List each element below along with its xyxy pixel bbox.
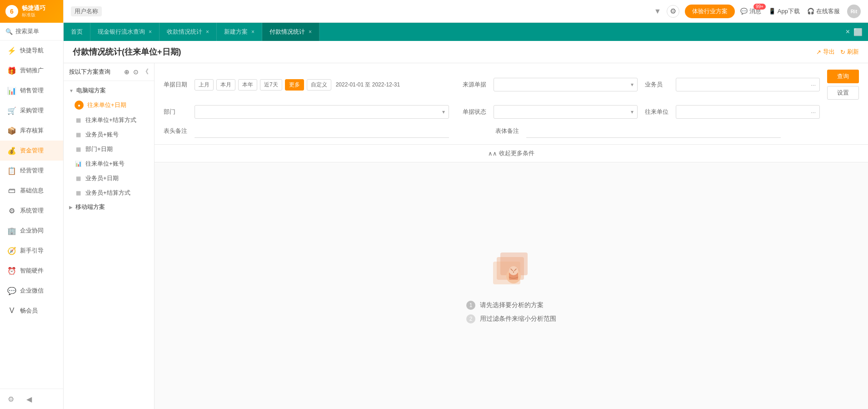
tab-bank-flow[interactable]: 现金银行流水查询× <box>90 23 160 41</box>
dept-arrow: ▾ <box>442 109 445 115</box>
finance-label: 资金管理 <box>20 146 44 155</box>
scheme-collapse-icon[interactable]: 《 <box>142 68 149 76</box>
scheme-item-salesman-account[interactable]: ▦业务员+账号 <box>64 127 154 142</box>
sidebar-nav: ⚡ 快捷导航 🎁 营销推广 📊 销售管理 🛒 采购管理 📦 库存核算 💰 资金管… <box>0 40 63 389</box>
scheme-item-label-partner-date: 往来单位+日期 <box>87 101 126 109</box>
export-btn[interactable]: ↗ 导出 <box>816 48 835 56</box>
sidebar-item-basic-info[interactable]: 🗃 基础信息 <box>0 181 63 201</box>
customer-service-action[interactable]: 🎧 在线客服 <box>807 7 840 15</box>
search-icon: 🔍 <box>5 28 13 35</box>
voucher-date-field: 单据日期 上月 本月 本年 近7天 更多 自定义 2022-01-01 至 20… <box>164 79 455 91</box>
partner-select[interactable]: ··· <box>676 105 820 119</box>
logo-text: 畅捷通巧 标准版 <box>22 5 45 18</box>
scheme-item-dept-date[interactable]: ▦部门+日期 <box>64 142 154 157</box>
salesman-select[interactable]: ··· <box>676 78 820 91</box>
filter-form: 单据日期 上月 本月 本年 近7天 更多 自定义 2022-01-01 至 20… <box>155 63 868 145</box>
sidebar-item-finance[interactable]: 💰 资金管理 <box>0 141 63 161</box>
customer-service-label: 在线客服 <box>816 7 840 15</box>
logo-icon: 6 <box>5 5 18 18</box>
scheme-group-title-desktop[interactable]: ▼ 电脑端方案 <box>64 84 154 97</box>
quick-nav-label: 快捷导航 <box>20 46 44 55</box>
tab-home[interactable]: 首页 <box>64 23 90 41</box>
scheme-panel-header: 按以下方案查询 ⊕ ⊙ 《 <box>64 63 154 81</box>
sidebar-item-enterprise[interactable]: 🏢 企业协同 <box>0 221 63 241</box>
scheme-item-table-icon: ▦ <box>75 189 82 197</box>
source-voucher-arrow: ▾ <box>631 81 634 88</box>
date-options: 上月 本月 本年 近7天 更多 自定义 2022-01-01 至 2022-12… <box>195 79 455 91</box>
source-voucher-select[interactable]: ▾ <box>494 78 638 91</box>
tab-close-new-scheme[interactable]: × <box>251 29 254 35</box>
scheme-group-title-mobile[interactable]: ▶ 移动端方案 <box>64 200 154 214</box>
sidebar-item-wechat[interactable]: 💬 企业微信 <box>0 281 63 301</box>
operation-label: 经营管理 <box>20 167 44 175</box>
date-btn-this-year[interactable]: 本年 <box>238 79 257 91</box>
scheme-settings-icon[interactable]: ⊙ <box>133 68 139 76</box>
tab-close-receipt-stats[interactable]: × <box>206 29 209 35</box>
sidebar-item-vip[interactable]: V 畅会员 <box>0 301 63 321</box>
sidebar-item-purchase[interactable]: 🛒 采购管理 <box>0 101 63 121</box>
tab-payment-stats[interactable]: 付款情况统计× <box>262 23 319 41</box>
sidebar-item-sales[interactable]: 📊 销售管理 <box>0 81 63 101</box>
enterprise-icon: 🏢 <box>7 226 16 235</box>
sidebar-item-hardware[interactable]: ⏰ 智能硬件 <box>0 261 63 281</box>
tab-label-bank-flow: 现金银行流水查询 <box>98 28 145 36</box>
sidebar-item-system[interactable]: ⚙ 系统管理 <box>0 201 63 221</box>
scheme-panel: 按以下方案查询 ⊕ ⊙ 《 ▼ 电脑端方案 ●往来单位+日期▦往来单位+结算方式… <box>64 63 155 409</box>
sidebar-item-operation[interactable]: 📋 经营管理 <box>0 161 63 181</box>
add-scheme-icon[interactable]: ⊕ <box>124 68 130 76</box>
table-body-note-input[interactable] <box>526 124 781 138</box>
app-download-action[interactable]: 📱 App下载 <box>768 7 800 15</box>
dept-select[interactable]: ▾ <box>195 105 449 119</box>
topbar-settings-btn[interactable]: ⚙ <box>667 5 679 18</box>
sidebar-item-marketing[interactable]: 🎁 营销推广 <box>0 61 63 81</box>
date-btn-last-month[interactable]: 上月 <box>195 79 214 91</box>
sidebar-item-guide[interactable]: 🧭 新手引导 <box>0 241 63 261</box>
partner-dots: ··· <box>811 109 816 116</box>
maximize-window-icon[interactable]: ⬜ <box>853 28 863 36</box>
voucher-status-select[interactable]: ▾ <box>494 105 638 119</box>
inventory-icon: 📦 <box>7 126 16 135</box>
tab-close-payment-stats[interactable]: × <box>309 29 312 35</box>
app-icon: 📱 <box>768 8 776 15</box>
collapse-more-btn[interactable]: ∧∧ 收起更多条件 <box>155 145 868 162</box>
wechat-icon: 💬 <box>7 286 16 295</box>
date-btn-this-month[interactable]: 本月 <box>216 79 235 91</box>
scheme-item-partner-date[interactable]: ●往来单位+日期 <box>64 97 154 113</box>
purchase-label: 采购管理 <box>20 106 44 115</box>
date-btn-7days[interactable]: 近7天 <box>260 79 282 91</box>
filter-row-3: 表头备注 表体备注 <box>164 124 859 138</box>
trial-btn[interactable]: 体验行业方案 <box>685 5 735 18</box>
table-head-note-input[interactable] <box>195 124 449 138</box>
system-icon: ⚙ <box>7 206 16 215</box>
close-window-icon[interactable]: × <box>846 28 850 36</box>
scheme-item-salesman-settlement[interactable]: ▦业务员+结算方式 <box>64 186 154 200</box>
tab-new-scheme[interactable]: 新建方案× <box>217 23 262 41</box>
sidebar-collapse-icon[interactable]: ◀ <box>24 394 35 404</box>
settings-btn[interactable]: 设置 <box>827 86 859 100</box>
sidebar-item-quick-nav[interactable]: ⚡ 快捷导航 <box>0 40 63 61</box>
content-area: 按以下方案查询 ⊕ ⊙ 《 ▼ 电脑端方案 ●往来单位+日期▦往来单位+结算方式… <box>64 63 868 409</box>
topbar-actions: 💬 消息 99+ 📱 App下载 🎧 在线客服 Rit <box>740 5 861 18</box>
scheme-item-partner-account[interactable]: 📊往来单位+账号 <box>64 157 154 171</box>
search-menu[interactable]: 🔍 搜索菜单 <box>0 23 63 40</box>
refresh-btn[interactable]: ↻ 刷新 <box>840 48 859 56</box>
query-btn[interactable]: 查询 <box>827 70 859 83</box>
tab-close-bank-flow[interactable]: × <box>149 29 152 35</box>
sidebar-settings-icon[interactable]: ⚙ <box>5 394 16 404</box>
messages-action[interactable]: 💬 消息 99+ <box>740 7 761 15</box>
scheme-item-partner-settlement[interactable]: ▦往来单位+结算方式 <box>64 113 154 127</box>
tab-receipt-stats[interactable]: 收款情况统计× <box>160 23 217 41</box>
marketing-label: 营销推广 <box>20 66 44 75</box>
voucher-status-label: 单据状态 <box>463 108 490 116</box>
source-voucher-field: 来源单据 ▾ <box>463 78 638 91</box>
user-avatar[interactable]: Rit <box>847 5 861 18</box>
scheme-item-label-partner-account: 往来单位+账号 <box>85 160 125 168</box>
sidebar-item-inventory[interactable]: 📦 库存核算 <box>0 121 63 141</box>
page-header: 付款情况统计(往来单位+日期) ↗ 导出 ↻ 刷新 <box>64 41 868 63</box>
date-btn-more[interactable]: 更多 <box>285 79 304 91</box>
date-btn-custom[interactable]: 自定义 <box>307 79 331 91</box>
scheme-item-chart-icon: 📊 <box>75 160 82 167</box>
filter-row-1: 单据日期 上月 本月 本年 近7天 更多 自定义 2022-01-01 至 20… <box>164 70 859 100</box>
topbar-chevron-icon[interactable]: ▼ <box>654 7 661 15</box>
scheme-item-salesman-date[interactable]: ▦业务员+日期 <box>64 171 154 186</box>
